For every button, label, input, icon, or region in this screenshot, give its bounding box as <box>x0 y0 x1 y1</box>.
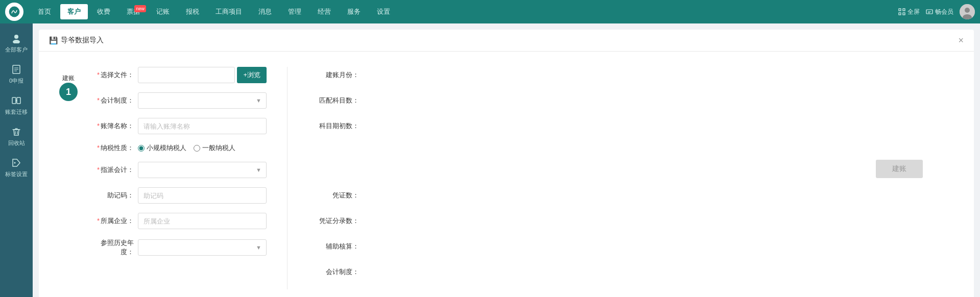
accounting-system-label: 会计制度： <box>93 96 134 105</box>
form-row-ledger-name: 账簿名称： <box>93 118 267 134</box>
left-form: 选择文件： +浏览 会计制度： ▼ <box>93 67 267 289</box>
nav-item-operation[interactable]: 经营 <box>310 4 338 19</box>
svg-point-7 <box>965 8 970 13</box>
nav-item-customer[interactable]: 客户 <box>60 4 88 19</box>
radio-small-scale-label: 小规模纳税人 <box>147 143 186 153</box>
radio-general-input[interactable] <box>194 145 200 152</box>
sidebar-item-tags[interactable]: 标签设置 <box>0 152 33 183</box>
dialog-header: 💾 导爷数据导入 × <box>39 30 974 52</box>
aux-accounting-label: 辅助核算： <box>308 242 359 251</box>
nav-item-invoice[interactable]: 票据 new <box>119 4 147 19</box>
accountant-label: 指派会计： <box>93 165 134 175</box>
right-row-aux-accounting: 辅助核算： <box>308 238 953 255</box>
sidebar-label-zero-report: 0申报 <box>9 77 23 85</box>
form-row-history-year: 参照历史年度： ▼ <box>93 238 267 257</box>
dialog-title: 💾 导爷数据导入 <box>49 36 104 45</box>
nav-right: 全屏 畅会员 <box>898 4 975 19</box>
dialog-title-text: 导爷数据导入 <box>61 36 104 45</box>
step-circle: 1 <box>59 83 78 101</box>
sidebar: 全部客户 0申报 账套迁移 <box>0 23 33 297</box>
file-input-area: +浏览 <box>138 67 267 83</box>
match-subjects-label: 匹配科目数： <box>308 96 359 105</box>
user-icon <box>11 33 22 44</box>
import-icon: 💾 <box>49 36 58 44</box>
form-row-tax-type: 纳税性质： 小规模纳税人 一般纳税人 <box>93 143 267 153</box>
dialog-card: 💾 导爷数据导入 × 建账 1 选择文件： <box>39 30 974 297</box>
member-btn[interactable]: 畅会员 <box>926 8 953 16</box>
browse-button[interactable]: +浏览 <box>237 67 267 83</box>
radio-small-scale[interactable]: 小规模纳税人 <box>138 143 186 153</box>
sidebar-item-all-customers[interactable]: 全部客户 <box>0 28 33 59</box>
form-row-accounting-system: 会计制度： ▼ <box>93 92 267 109</box>
content-area: 💾 导爷数据导入 × 建账 1 选择文件： <box>33 23 980 297</box>
voucher-count-value <box>363 187 953 204</box>
tax-type-radio-group: 小规模纳税人 一般纳税人 <box>138 143 267 153</box>
right-row-subjects-initial: 科目期初数： <box>308 118 953 134</box>
right-row-accounting-system-right: 会计制度： <box>308 264 953 280</box>
svg-rect-13 <box>17 97 20 104</box>
build-account-button[interactable]: 建账 <box>876 160 923 178</box>
dialog-close-btn[interactable]: × <box>958 36 964 45</box>
subjects-initial-label: 科目期初数： <box>308 121 359 131</box>
radio-general-label: 一般纳税人 <box>202 143 235 153</box>
accountant-select[interactable] <box>138 162 267 178</box>
avatar[interactable] <box>960 4 975 19</box>
svg-rect-2 <box>903 9 905 11</box>
nav-item-message[interactable]: 消息 <box>251 4 279 19</box>
right-row-voucher-entries: 凭证分录数： <box>308 213 953 229</box>
tag-icon <box>11 157 22 168</box>
sidebar-item-zero-report[interactable]: 0申报 <box>0 59 33 90</box>
step-area: 建账 1 <box>59 67 78 289</box>
trash-icon <box>11 126 22 137</box>
nav-item-tax[interactable]: 报税 <box>179 4 206 19</box>
enterprise-input[interactable] <box>138 213 267 229</box>
file-input[interactable] <box>138 67 235 83</box>
svg-point-14 <box>14 162 16 164</box>
svg-rect-4 <box>903 13 905 15</box>
ledger-name-label: 账簿名称： <box>93 121 134 131</box>
nav-item-settings[interactable]: 设置 <box>370 4 397 19</box>
right-row-voucher-count: 凭证数： <box>308 187 953 204</box>
fullscreen-btn[interactable]: 全屏 <box>898 8 920 16</box>
form-row-enterprise: 所属企业： <box>93 213 267 229</box>
memo-input[interactable] <box>138 187 267 204</box>
sidebar-label-trash: 回收站 <box>8 139 25 147</box>
right-row-build-month: 建账月份： <box>308 67 953 83</box>
sidebar-label-customers: 全部客户 <box>5 46 28 54</box>
ledger-name-input[interactable] <box>138 118 267 134</box>
history-year-select-wrapper: ▼ <box>138 239 267 256</box>
fullscreen-label: 全屏 <box>907 8 920 16</box>
nav-item-service[interactable]: 服务 <box>340 4 368 19</box>
svg-rect-3 <box>899 13 901 15</box>
nav-item-bookkeeping[interactable]: 记账 <box>149 4 177 19</box>
radio-general[interactable]: 一般纳税人 <box>194 143 235 153</box>
sidebar-label-transfer: 账套迁移 <box>5 108 28 116</box>
radio-small-scale-input[interactable] <box>138 145 145 152</box>
new-badge: new <box>134 5 146 12</box>
form-row-memo: 助记码： <box>93 187 267 204</box>
voucher-count-label: 凭证数： <box>308 191 359 200</box>
build-month-label: 建账月份： <box>308 70 359 80</box>
transfer-icon <box>11 95 22 106</box>
form-row-accountant: 指派会计： ▼ <box>93 162 267 178</box>
voucher-entries-label: 凭证分录数： <box>308 216 359 226</box>
svg-point-10 <box>13 40 20 43</box>
accounting-system-right-label: 会计制度： <box>308 267 359 277</box>
build-month-value <box>363 67 953 83</box>
form-row-file: 选择文件： +浏览 <box>93 67 267 83</box>
nav-item-manage[interactable]: 管理 <box>281 4 308 19</box>
history-year-select[interactable] <box>138 239 267 256</box>
nav-item-charge[interactable]: 收费 <box>90 4 117 19</box>
nav-item-bizproject[interactable]: 工商项目 <box>208 4 249 19</box>
voucher-entries-value <box>363 213 953 229</box>
nav-item-home[interactable]: 首页 <box>31 4 58 19</box>
sidebar-label-tags: 标签设置 <box>5 170 28 178</box>
sidebar-item-transfer[interactable]: 账套迁移 <box>0 90 33 121</box>
accounting-system-select[interactable] <box>138 92 267 109</box>
nav-logo[interactable] <box>5 3 23 21</box>
accountant-select-wrapper: ▼ <box>138 162 267 178</box>
sidebar-item-trash[interactable]: 回收站 <box>0 121 33 152</box>
main-layout: 全部客户 0申报 账套迁移 <box>0 23 980 297</box>
memo-label: 助记码： <box>93 191 134 200</box>
aux-accounting-value <box>363 238 953 255</box>
